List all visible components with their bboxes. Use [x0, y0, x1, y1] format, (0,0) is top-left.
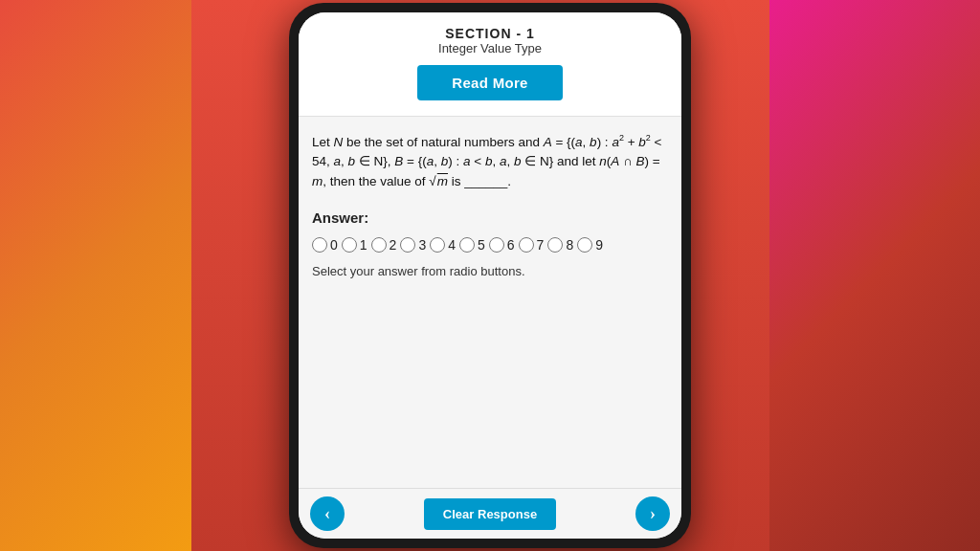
radio-label-6: 6 — [507, 237, 515, 253]
content-area: Let N be the set of natural numbers and … — [299, 117, 681, 488]
radio-input-3[interactable] — [400, 237, 415, 253]
radio-label-4: 4 — [448, 237, 456, 253]
radio-label-3: 3 — [418, 237, 426, 253]
bg-left-decoration — [0, 0, 191, 551]
section-type: Integer Value Type — [314, 41, 666, 55]
radio-label-9: 9 — [595, 237, 603, 253]
radio-option-8[interactable]: 8 — [547, 237, 573, 253]
question-text: Let N be the set of natural numbers and … — [312, 132, 668, 192]
phone-device: SECTION - 1 Integer Value Type Read More… — [289, 3, 691, 548]
next-button[interactable]: › — [635, 496, 670, 531]
radio-option-1[interactable]: 1 — [342, 237, 368, 253]
select-hint: Select your answer from radio buttons. — [312, 264, 668, 278]
radio-option-3[interactable]: 3 — [400, 237, 426, 253]
bg-right-decoration — [769, 0, 980, 551]
section-title: SECTION - 1 — [314, 26, 666, 41]
radio-label-2: 2 — [390, 237, 397, 253]
answer-label: Answer: — [312, 209, 668, 226]
radio-option-2[interactable]: 2 — [371, 237, 397, 253]
radio-option-5[interactable]: 5 — [459, 237, 485, 253]
section-header-card: SECTION - 1 Integer Value Type Read More — [299, 12, 681, 117]
prev-button[interactable]: ‹ — [310, 496, 345, 531]
radio-label-0: 0 — [330, 237, 338, 253]
radio-option-0[interactable]: 0 — [312, 237, 338, 253]
radio-label-5: 5 — [478, 237, 485, 253]
radio-option-6[interactable]: 6 — [489, 237, 515, 253]
radio-input-6[interactable] — [489, 237, 504, 253]
clear-response-button[interactable]: Clear Response — [424, 498, 556, 530]
phone-screen: SECTION - 1 Integer Value Type Read More… — [299, 12, 681, 539]
radio-input-0[interactable] — [312, 237, 327, 253]
radio-input-9[interactable] — [577, 237, 592, 253]
radio-input-4[interactable] — [430, 237, 445, 253]
radio-label-7: 7 — [537, 237, 545, 253]
radio-input-5[interactable] — [459, 237, 475, 253]
radio-input-7[interactable] — [519, 237, 534, 253]
radio-option-4[interactable]: 4 — [430, 237, 456, 253]
radio-option-7[interactable]: 7 — [519, 237, 545, 253]
prev-icon: ‹ — [324, 504, 330, 524]
radio-input-2[interactable] — [371, 237, 387, 253]
bottom-navigation: ‹ Clear Response › — [299, 488, 681, 539]
radio-label-1: 1 — [360, 237, 368, 253]
radio-label-8: 8 — [566, 237, 573, 253]
radio-input-8[interactable] — [547, 237, 563, 253]
radio-input-1[interactable] — [342, 237, 357, 253]
next-icon: › — [650, 504, 656, 524]
radio-options-group: 0 1 2 3 4 — [312, 237, 668, 253]
radio-option-9[interactable]: 9 — [577, 237, 603, 253]
read-more-button[interactable]: Read More — [417, 65, 562, 100]
